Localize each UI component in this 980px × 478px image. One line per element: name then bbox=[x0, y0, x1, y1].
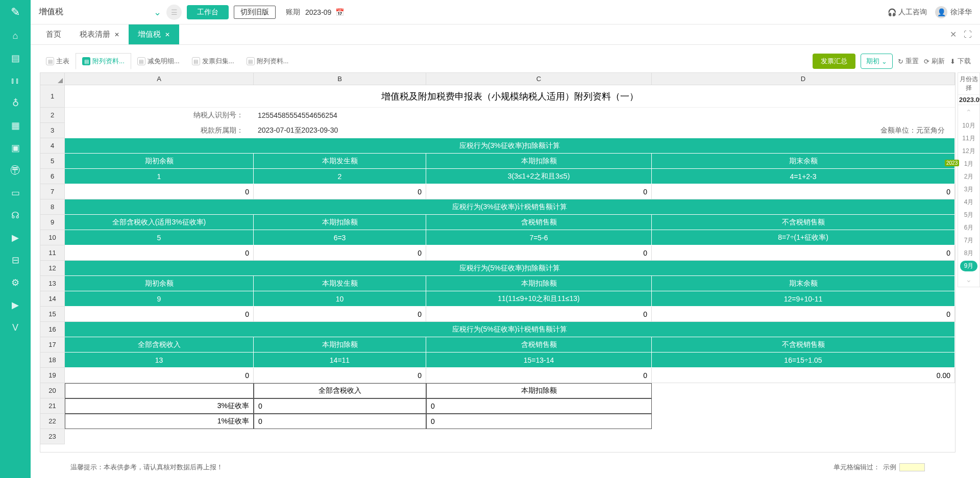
tab-taxlist[interactable]: 税表清册✕ bbox=[70, 24, 129, 44]
col-header-c[interactable]: C bbox=[426, 73, 652, 85]
row-header[interactable]: 6 bbox=[40, 169, 65, 184]
row-header[interactable]: 18 bbox=[40, 353, 65, 368]
col-header-d[interactable]: D bbox=[652, 73, 955, 85]
col-header-b[interactable]: B bbox=[254, 73, 426, 85]
data-cell[interactable]: 0 bbox=[426, 398, 652, 414]
month-down-icon[interactable]: ⌄ bbox=[958, 272, 979, 287]
month-item[interactable]: 4月 bbox=[958, 196, 979, 209]
row-header[interactable]: 12 bbox=[40, 261, 65, 276]
empty-cell[interactable] bbox=[65, 429, 955, 444]
company-selector[interactable]: 增值税 ⌄ bbox=[39, 7, 161, 18]
switch-old-button[interactable]: 切到旧版 bbox=[234, 6, 276, 19]
reset-button[interactable]: ↻重置 bbox=[898, 57, 919, 66]
month-item[interactable]: 9月 bbox=[960, 261, 977, 271]
subtab-attach2[interactable]: ▤附列资料... bbox=[240, 54, 295, 69]
row-header[interactable]: 4 bbox=[40, 138, 65, 154]
row-header[interactable]: 5 bbox=[40, 154, 65, 169]
subtab-exempt[interactable]: ▤减免明细... bbox=[131, 54, 186, 69]
nav-settings-icon[interactable]: ⚙ bbox=[0, 271, 31, 294]
invoice-summary-button[interactable]: 发票汇总 bbox=[813, 54, 855, 69]
user-menu[interactable]: 👤徐泽华 bbox=[935, 6, 972, 18]
nav-chart-icon[interactable]: ⫾⫾ bbox=[0, 69, 31, 92]
empty-cell[interactable] bbox=[652, 414, 955, 429]
month-item[interactable]: 8月 bbox=[958, 247, 979, 260]
row-header[interactable]: 11 bbox=[40, 245, 65, 261]
close-all-icon[interactable]: ✕ bbox=[950, 30, 957, 39]
data-cell[interactable]: 0 bbox=[652, 245, 955, 261]
console-button[interactable]: 工作台 bbox=[187, 5, 229, 19]
row-header[interactable]: 13 bbox=[40, 276, 65, 291]
month-up-icon[interactable]: ⌃ bbox=[958, 105, 979, 119]
calendar-icon[interactable]: 📅 bbox=[335, 8, 344, 16]
data-cell[interactable]: 0 bbox=[652, 184, 955, 199]
month-item[interactable]: 1月2023 bbox=[958, 158, 979, 170]
data-cell[interactable]: 0 bbox=[426, 245, 652, 261]
month-item[interactable]: 7月 bbox=[958, 234, 979, 247]
month-item[interactable]: 11月 bbox=[958, 132, 979, 145]
row-header[interactable]: 23 bbox=[40, 429, 65, 444]
help-button[interactable]: 🎧人工咨询 bbox=[888, 8, 927, 17]
close-icon[interactable]: ✕ bbox=[165, 31, 170, 38]
data-cell[interactable]: 0 bbox=[254, 368, 426, 383]
period-init-button[interactable]: 期初⌄ bbox=[861, 54, 893, 69]
list-icon[interactable]: ☰ bbox=[166, 5, 182, 20]
data-cell[interactable]: 0 bbox=[426, 307, 652, 322]
data-cell[interactable]: 0.00 bbox=[652, 368, 955, 383]
nav-screen-icon[interactable]: ▭ bbox=[0, 182, 31, 204]
nav-video-icon[interactable]: ▶ bbox=[0, 294, 31, 316]
row-header[interactable]: 19 bbox=[40, 368, 65, 383]
empty-cell[interactable] bbox=[652, 383, 955, 398]
fullscreen-icon[interactable]: ⛶ bbox=[964, 30, 972, 39]
data-cell[interactable]: 0 bbox=[254, 414, 426, 429]
data-cell[interactable]: 0 bbox=[65, 368, 254, 383]
empty-cell[interactable] bbox=[652, 398, 955, 414]
data-cell[interactable]: 0 bbox=[65, 245, 254, 261]
month-item[interactable]: 10月 bbox=[958, 119, 979, 132]
data-cell[interactable]: 0 bbox=[254, 398, 426, 414]
nav-bag-icon[interactable]: ♁ bbox=[0, 92, 31, 114]
nav-v-icon[interactable]: V bbox=[0, 316, 31, 339]
data-cell[interactable]: 0 bbox=[65, 184, 254, 199]
row-header[interactable]: 3 bbox=[40, 123, 65, 138]
select-all-corner[interactable] bbox=[40, 73, 65, 85]
nav-book-icon[interactable]: ▤ bbox=[0, 47, 31, 69]
data-cell[interactable]: 0 bbox=[254, 184, 426, 199]
nav-clipboard-icon[interactable]: ▦ bbox=[0, 114, 31, 137]
data-cell[interactable]: 0 bbox=[652, 307, 955, 322]
row-header[interactable]: 17 bbox=[40, 337, 65, 353]
row-header[interactable]: 21 bbox=[40, 398, 65, 414]
subtab-attach[interactable]: ▤附列资料... bbox=[76, 53, 131, 69]
row-header[interactable]: 1 bbox=[40, 85, 65, 108]
nav-tool-icon[interactable]: 〶 bbox=[0, 159, 31, 182]
row-header[interactable]: 2 bbox=[40, 108, 65, 123]
nav-home-icon[interactable]: ⌂ bbox=[0, 24, 31, 47]
row-header[interactable]: 10 bbox=[40, 230, 65, 245]
row-header[interactable]: 20 bbox=[40, 383, 65, 398]
nav-hand-icon[interactable]: ☊ bbox=[0, 204, 31, 227]
row-header[interactable]: 15 bbox=[40, 307, 65, 322]
month-item[interactable]: 6月 bbox=[958, 221, 979, 234]
col-header-a[interactable]: A bbox=[65, 73, 254, 85]
nav-export-icon[interactable]: ▶ bbox=[0, 227, 31, 249]
data-cell[interactable]: 0 bbox=[426, 414, 652, 429]
row-header[interactable]: 14 bbox=[40, 291, 65, 307]
data-cell[interactable]: 0 bbox=[426, 184, 652, 199]
tab-vat[interactable]: 增值税✕ bbox=[129, 24, 179, 44]
close-icon[interactable]: ✕ bbox=[114, 31, 119, 38]
month-item[interactable]: 12月 bbox=[958, 145, 979, 158]
tab-home[interactable]: 首页 bbox=[37, 24, 70, 44]
row-header[interactable]: 7 bbox=[40, 184, 65, 199]
month-item[interactable]: 2月 bbox=[958, 170, 979, 183]
row-header[interactable]: 8 bbox=[40, 199, 65, 215]
subtab-main[interactable]: ▤主表 bbox=[40, 54, 76, 69]
row-header[interactable]: 16 bbox=[40, 322, 65, 337]
subtab-invoice[interactable]: ▤发票归集... bbox=[186, 54, 240, 69]
row-header[interactable]: 22 bbox=[40, 414, 65, 429]
row-header[interactable]: 9 bbox=[40, 215, 65, 230]
data-cell[interactable]: 0 bbox=[426, 368, 652, 383]
nav-inbox-icon[interactable]: ⊟ bbox=[0, 249, 31, 271]
download-button[interactable]: ⬇下载 bbox=[950, 57, 971, 66]
refresh-button[interactable]: ⟳刷新 bbox=[924, 57, 945, 66]
month-item[interactable]: 5月 bbox=[958, 209, 979, 221]
data-cell[interactable]: 0 bbox=[254, 245, 426, 261]
